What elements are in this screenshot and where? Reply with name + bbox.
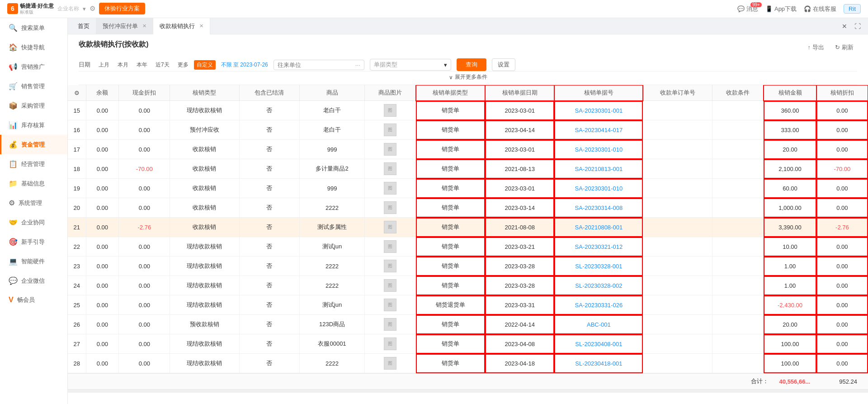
cell-verify-bill-type: 销货单 — [416, 159, 485, 179]
setting-button[interactable]: 设置 — [492, 58, 515, 71]
date-btn-this-month[interactable]: 本月 — [115, 60, 131, 70]
cell-verify-bill-no[interactable]: SA-20230414-017 — [554, 120, 643, 140]
cell-verify-bill-no[interactable]: SL-20230418-001 — [554, 354, 643, 373]
cell-cash-discount: 0.00 — [119, 179, 170, 198]
cell-verify-bill-date: 2021-08-08 — [485, 218, 554, 237]
sidebar-item-collab[interactable]: 🤝 企业协同 — [0, 213, 67, 232]
cell-cash-discount: 0.00 — [119, 120, 170, 140]
col-gear[interactable]: ⚙ — [68, 85, 86, 101]
table-gear-icon[interactable]: ⚙ — [74, 90, 80, 96]
sidebar-item-finance[interactable]: 💰 资金管理 — [0, 135, 67, 154]
sidebar-item-guide[interactable]: 🎯 新手引导 — [0, 232, 67, 252]
cell-cash-discount: 0.00 — [119, 257, 170, 276]
date-btn-custom[interactable]: 自定义 — [194, 60, 216, 70]
sidebar-item-label: 系统管理 — [19, 199, 42, 207]
cell-receipt-order-no — [643, 159, 712, 179]
table-row: 20 0.00 0.00 收款核销 否 2222 图 销货单 2023-03-1… — [68, 198, 868, 218]
sidebar-item-management[interactable]: 📋 经营管理 — [0, 154, 67, 174]
from-unit-input[interactable]: ··· — [274, 60, 364, 70]
brand-name: 畅捷通·好生意 — [20, 3, 54, 9]
cell-receipt-condition — [712, 198, 764, 218]
date-btn-last-month[interactable]: 上月 — [96, 60, 112, 70]
cell-verify-bill-date: 2023-03-28 — [485, 257, 554, 276]
cell-verify-bill-no[interactable]: ABC-001 — [554, 315, 643, 334]
sidebar-item-search[interactable]: 🔍 搜索菜单 — [0, 18, 67, 38]
cell-verify-bill-no[interactable]: SA-20210808-001 — [554, 218, 643, 237]
sidebar-item-system[interactable]: ⚙ 系统管理 — [0, 193, 67, 213]
cell-verify-bill-no[interactable]: SL-20230328-002 — [554, 276, 643, 295]
col-goods-img: 商品图片 — [365, 85, 416, 101]
cell-goods: 老白干 — [299, 101, 364, 120]
tab-prepay-close[interactable]: ✕ — [142, 23, 146, 29]
query-button[interactable]: 查询 — [457, 58, 486, 71]
online-service-button[interactable]: 🎧 在线客服 — [804, 5, 836, 13]
cell-verify-discount: 0.00 — [816, 101, 868, 120]
cell-verify-bill-no[interactable]: SA-20230301-010 — [554, 179, 643, 198]
cell-goods: 老白干 — [299, 120, 364, 140]
tab-home[interactable]: 首页 — [71, 18, 96, 34]
scroll-bar[interactable] — [68, 389, 868, 393]
sidebar-item-marketing[interactable]: 📢 营销推广 — [0, 57, 67, 76]
tab-close-all-button[interactable]: ✕ — [838, 23, 851, 30]
col-verify-bill-no: 核销单据号 — [554, 85, 643, 101]
cell-verify-bill-no[interactable]: SA-20230301-001 — [554, 101, 643, 120]
cell-include-settled: 否 — [239, 101, 299, 120]
sidebar-item-wechat[interactable]: 💬 企业微信 — [0, 271, 67, 290]
cell-goods-img: 图 — [365, 237, 416, 257]
cell-verify-bill-type: 销货退货单 — [416, 295, 485, 315]
expand-more-button[interactable]: ∨ 展开更多条件 — [449, 73, 487, 81]
sidebar-item-purchase[interactable]: 📦 采购管理 — [0, 96, 67, 115]
sidebar-item-sales[interactable]: 🛒 销售管理 — [0, 76, 67, 96]
table-row: 23 0.00 0.00 现结收款核销 否 2222 图 销货单 2023-03… — [68, 257, 868, 276]
cell-verify-bill-no[interactable]: SA-20230301-010 — [554, 140, 643, 159]
gear-icon[interactable]: ⚙ — [90, 5, 95, 13]
tab-prepay[interactable]: 预付冲应付单 ✕ — [96, 18, 153, 34]
app-download-button[interactable]: 📱 App下载 — [765, 5, 797, 13]
cell-verify-bill-no[interactable]: SL-20230328-001 — [554, 257, 643, 276]
date-btn-more[interactable]: 更多 — [175, 60, 191, 70]
date-btn-this-year[interactable]: 本年 — [134, 60, 150, 70]
user-profile-button[interactable]: Rit — [844, 4, 861, 14]
date-btn-7days[interactable]: 近7天 — [153, 60, 172, 70]
tab-expand-button[interactable]: ⛶ — [851, 23, 864, 30]
sidebar-item-label: 快捷导航 — [21, 43, 45, 52]
cell-verify-bill-no[interactable]: SA-20230331-026 — [554, 295, 643, 315]
refresh-button[interactable]: ↻ 刷新 — [831, 42, 857, 53]
sidebar-item-label: 企业协同 — [21, 219, 45, 227]
export-button[interactable]: ↑ 导出 — [804, 42, 828, 53]
cell-verify-bill-no[interactable]: SA-20230321-012 — [554, 237, 643, 257]
col-verify-bill-date: 核销单据日期 — [485, 85, 554, 101]
cell-verify-bill-no[interactable]: SA-20230314-008 — [554, 198, 643, 218]
cell-receipt-order-no — [643, 354, 712, 373]
cell-cash-discount: 0.00 — [119, 140, 170, 159]
col-verify-type: 核销类型 — [170, 85, 239, 101]
total-amount-label: 合计： — [751, 377, 769, 385]
sidebar-item-basic-info[interactable]: 📁 基础信息 — [0, 174, 67, 193]
table-header-row: ⚙ 余额 现金折扣 核销类型 包含已结清 商品 商品图片 核销单据类型 核销单据… — [68, 85, 868, 101]
table-row: 19 0.00 0.00 收款核销 否 999 图 销货单 2023-03-01… — [68, 179, 868, 198]
cell-no: 23 — [68, 257, 86, 276]
cell-receipt-condition — [712, 334, 764, 354]
sidebar-item-member[interactable]: V 畅会员 — [0, 290, 67, 309]
cell-goods-img: 图 — [365, 159, 416, 179]
bill-type-select[interactable]: 单据类型 ▾ — [370, 59, 451, 71]
sidebar-item-nav[interactable]: 🏠 快捷导航 — [0, 38, 67, 57]
message-button[interactable]: 💬 消息 99+ — [737, 5, 758, 13]
cell-verify-bill-type: 销货单 — [416, 140, 485, 159]
cell-verify-bill-no[interactable]: SL-20230408-001 — [554, 334, 643, 354]
sidebar-item-hardware[interactable]: 💻 智能硬件 — [0, 252, 67, 271]
from-unit-field[interactable] — [278, 62, 354, 68]
cell-verify-bill-no[interactable]: SA-20210813-001 — [554, 159, 643, 179]
tab-receipt[interactable]: 收款核销执行 ✕ — [153, 18, 210, 34]
tab-receipt-close[interactable]: ✕ — [199, 23, 203, 29]
tab-prepay-label: 预付冲应付单 — [103, 22, 138, 30]
cell-receipt-order-no — [643, 237, 712, 257]
cell-verify-amount: 333.00 — [764, 120, 817, 140]
cell-verify-discount: 0.00 — [816, 198, 868, 218]
top-bar: 6 畅捷通·好生意 标准版 企业名称 ▾ ⚙ 休验行业方案 💬 消息 99+ 📱… — [0, 0, 868, 18]
cell-verify-bill-type: 销货单 — [416, 237, 485, 257]
dropdown-icon[interactable]: ▾ — [83, 5, 86, 12]
cell-receipt-order-no — [643, 101, 712, 120]
sidebar-item-inventory[interactable]: 📊 库存核算 — [0, 115, 67, 135]
solution-button[interactable]: 休验行业方案 — [99, 3, 145, 14]
